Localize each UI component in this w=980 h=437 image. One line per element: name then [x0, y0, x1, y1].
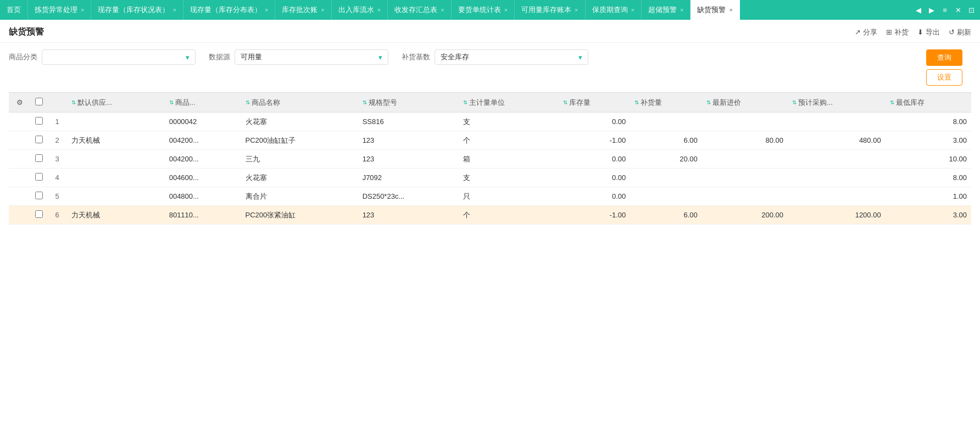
select-all-checkbox[interactable] [35, 98, 43, 105]
header-actions: ↗ 分享 ⊞ 补货 ⬇ 导出 ↺ 刷新 [855, 27, 971, 37]
row-replenish-3 [630, 169, 702, 187]
row-checkbox-4[interactable] [35, 192, 43, 199]
row-num-3: 4 [47, 169, 67, 187]
row-stock-1: -1.00 [559, 131, 631, 150]
row-sku-4: 004800... [165, 187, 241, 206]
tab-prev-button[interactable]: ◀ [912, 3, 925, 16]
row-min-stock-1: 3.00 [886, 131, 971, 150]
table-row: 1 0000042 火花塞 SS816 支 0.00 8.00 [9, 113, 971, 131]
row-checkbox-cell-4[interactable] [31, 187, 47, 206]
row-min-stock-5: 3.00 [886, 206, 971, 225]
replenish-base-label: 补货基数 [402, 52, 430, 62]
est-purchase-column-header[interactable]: ⇅ 预计采购... [788, 93, 886, 113]
close-tab-inventory-dist[interactable]: × [265, 7, 268, 13]
close-tab-available-ledger[interactable]: × [575, 7, 578, 13]
tab-in-out-flow[interactable]: 出入库流水 × [332, 0, 388, 20]
row-checkbox-cell-3[interactable] [31, 169, 47, 187]
replenish-base-select[interactable]: 安全库存 ▾ [435, 49, 588, 65]
row-checkbox-1[interactable] [35, 136, 43, 143]
spec-column-header[interactable]: ⇅ 规格型号 [358, 93, 459, 113]
row-checkbox-5[interactable] [35, 210, 43, 218]
row-est-purchase-0 [788, 113, 886, 131]
supplier-column-header[interactable]: ⇅ 默认供应... [67, 93, 165, 113]
export-icon: ⬇ [917, 28, 923, 36]
close-tab-batch-account[interactable]: × [321, 7, 324, 13]
close-tab-receive-summary[interactable]: × [441, 7, 444, 13]
tab-overstock[interactable]: 超储预警 × [642, 0, 691, 20]
category-select[interactable]: ▾ [42, 49, 196, 65]
replenish-column-header[interactable]: ⇅ 补货量 [630, 93, 702, 113]
gear-column-header[interactable]: ⚙ [9, 93, 31, 113]
query-button[interactable]: 查询 [926, 49, 962, 66]
row-checkbox-cell-5[interactable] [31, 206, 47, 225]
table-row: 4 004600... 火花塞 J7092 支 0.00 8.00 [9, 169, 971, 187]
sku-column-header[interactable]: ⇅ 商品... [165, 93, 241, 113]
close-tab-in-out-flow[interactable]: × [377, 7, 381, 13]
table-wrapper: ⚙ ⇅ 默认供应... ⇅ 商 [0, 92, 980, 225]
category-arrow-icon: ▾ [186, 53, 190, 61]
setting-button[interactable]: 设置 [926, 69, 962, 86]
close-tab-demand-stats[interactable]: × [504, 7, 508, 13]
row-latest-price-2 [702, 150, 788, 169]
table-row: 6 力天机械 801110... PC200张紧油缸 123 个 -1.00 6… [9, 206, 971, 225]
num-column-header [47, 93, 67, 113]
replenish-base-filter: 补货基数 安全库存 ▾ [402, 49, 588, 65]
tab-receive-summary[interactable]: 收发存汇总表 × [388, 0, 451, 20]
tab-inventory-dist[interactable]: 现存量（库存分布表） × [183, 0, 275, 20]
tab-expiry-query[interactable]: 保质期查询 × [586, 0, 642, 20]
table-row: 5 004800... 离合片 DS250*23c... 只 0.00 1.00 [9, 187, 971, 206]
action-buttons: 查询 设置 [926, 49, 971, 86]
row-num-4: 5 [47, 187, 67, 206]
refresh-action[interactable]: ↺ 刷新 [949, 27, 971, 37]
row-unit-4: 只 [459, 187, 559, 206]
tab-menu-button[interactable]: ≡ [938, 3, 951, 16]
tab-next-button[interactable]: ▶ [925, 3, 938, 16]
close-tab-inventory-status[interactable]: × [172, 7, 176, 13]
tab-restore-button[interactable]: ⊡ [965, 3, 978, 16]
spec-sort-icon: ⇅ [363, 99, 367, 105]
tab-abnormal[interactable]: 拣货异常处理 × [28, 0, 91, 20]
row-name-4: 离合片 [241, 187, 358, 206]
stock-column-header[interactable]: ⇅ 库存量 [559, 93, 631, 113]
row-num-1: 2 [47, 131, 67, 150]
export-action[interactable]: ⬇ 导出 [917, 27, 940, 37]
row-latest-price-5: 200.00 [702, 206, 788, 225]
tab-shortage[interactable]: 缺货预警 × [691, 0, 739, 20]
close-tab-abnormal[interactable]: × [81, 7, 84, 13]
tab-available-ledger[interactable]: 可用量库存账本 × [515, 0, 585, 20]
row-checkbox-3[interactable] [35, 173, 43, 181]
min-stock-column-header[interactable]: ⇅ 最低库存 [886, 93, 971, 113]
unit-column-header[interactable]: ⇅ 主计量单位 [459, 93, 559, 113]
row-name-2: 三九 [241, 150, 358, 169]
row-supplier-1: 力天机械 [67, 131, 165, 150]
row-checkbox-cell-0[interactable] [31, 113, 47, 131]
row-checkbox-cell-1[interactable] [31, 131, 47, 150]
row-est-purchase-4 [788, 187, 886, 206]
row-est-purchase-5: 1200.00 [788, 206, 886, 225]
data-source-select[interactable]: 可用量 ▾ [235, 49, 388, 65]
replenish-sort-icon: ⇅ [634, 99, 639, 105]
close-tab-overstock[interactable]: × [680, 7, 683, 13]
row-checkbox-2[interactable] [35, 154, 43, 162]
share-action[interactable]: ↗ 分享 [855, 27, 877, 37]
page-header: 缺货预警 ↗ 分享 ⊞ 补货 ⬇ 导出 ↺ 刷新 [0, 20, 980, 43]
row-checkbox-0[interactable] [35, 117, 43, 125]
tab-demand-stats[interactable]: 要货单统计表 × [452, 0, 515, 20]
row-checkbox-cell-2[interactable] [31, 150, 47, 169]
est-purchase-sort-icon: ⇅ [792, 99, 797, 105]
latest-price-column-header[interactable]: ⇅ 最新进价 [702, 93, 788, 113]
replenish-base-arrow-icon: ▾ [578, 53, 582, 61]
tab-close-all-button[interactable]: ✕ [951, 3, 965, 16]
close-tab-shortage[interactable]: × [729, 7, 732, 13]
tab-home[interactable]: 首页 [0, 0, 28, 20]
tab-inventory-status[interactable]: 现存量（库存状况表） × [91, 0, 183, 20]
row-min-stock-2: 10.00 [886, 150, 971, 169]
name-column-header[interactable]: ⇅ 商品名称 [241, 93, 358, 113]
checkbox-column-header[interactable] [31, 93, 47, 113]
close-tab-expiry-query[interactable]: × [631, 7, 634, 13]
name-sort-icon: ⇅ [246, 99, 250, 105]
row-num-5: 6 [47, 206, 67, 225]
row-spec-4: DS250*23c... [358, 187, 459, 206]
replenish-action[interactable]: ⊞ 补货 [886, 27, 909, 37]
tab-batch-account[interactable]: 库存批次账 × [275, 0, 331, 20]
